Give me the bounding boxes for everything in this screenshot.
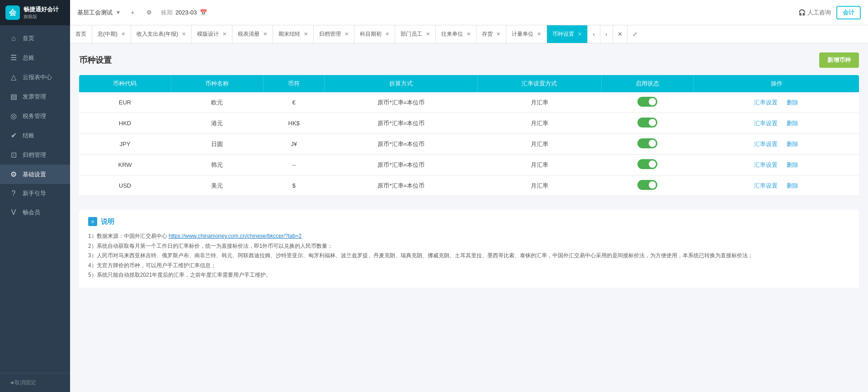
rate-setting-link[interactable]: 汇率设置: [754, 99, 778, 106]
toggle-switch[interactable]: [637, 138, 657, 148]
rate-setting-link[interactable]: 汇率设置: [754, 182, 778, 189]
tab-archive_mgmt[interactable]: 归档管理✕: [314, 25, 354, 43]
tab-close-icon[interactable]: ✕: [426, 31, 430, 37]
sidebar-pin-toggle[interactable]: ◄取消固定: [0, 373, 70, 392]
currency-table: 币种代码币种名称币符折算方式汇率设置方式启用状态操作 EUR 欧元 € 原币*汇…: [79, 75, 859, 196]
enabled-status: [601, 175, 693, 196]
settings-btn[interactable]: ⚙: [143, 6, 156, 19]
sidebar-item-label: 总账: [23, 54, 34, 62]
delete-link[interactable]: 删除: [787, 182, 798, 189]
tab-scroll-right[interactable]: ›: [600, 25, 613, 43]
rate-setting-link[interactable]: 汇率设置: [754, 141, 778, 147]
notes-section: ≡ 说明 1）数据来源：中国外汇交易中心 https://www.chinamo…: [79, 210, 859, 288]
rate-setting-link[interactable]: 汇率设置: [754, 120, 778, 127]
sidebar-item-label: 首页: [23, 34, 34, 43]
topbar-right: 🎧 人工咨询 会计: [798, 6, 861, 19]
toggle-switch[interactable]: [637, 180, 657, 190]
tab-label: 息(中期): [98, 30, 118, 38]
calc-method: 原币*汇率=本位币: [325, 92, 478, 113]
table-row: KRW 韩元 -- 原币*汇率=本位币 月汇率 汇率设置 删除: [79, 155, 859, 175]
tab-scroll-left[interactable]: ‹: [588, 25, 600, 43]
new-currency-btn[interactable]: 新增币种: [819, 52, 859, 68]
sidebar-item-vip[interactable]: V畅会员: [0, 203, 70, 222]
currency-table-wrap: 币种代码币种名称币符折算方式汇率设置方式启用状态操作 EUR 欧元 € 原币*汇…: [79, 75, 859, 196]
sidebar-item-label: 结账: [23, 132, 34, 140]
toggle-switch[interactable]: [637, 118, 657, 128]
tab-close-icon[interactable]: ✕: [385, 31, 389, 37]
tab-dept[interactable]: 部门员工✕: [395, 25, 436, 43]
sidebar-item-settings[interactable]: ⚙基础设置: [0, 165, 70, 184]
tab-subjects[interactable]: 科目期初✕: [354, 25, 395, 43]
tab-close-all-btn[interactable]: ✕: [613, 25, 627, 43]
tab-close-icon[interactable]: ✕: [578, 31, 582, 37]
currency-symbol: HK$: [263, 113, 324, 134]
period-selector[interactable]: 账期 2023-03 📅: [161, 9, 207, 17]
external-link[interactable]: https://www.chinamoney.com.cn/chinese/bk…: [169, 233, 302, 239]
tab-close-icon[interactable]: ✕: [304, 31, 308, 37]
tab-label: 期末结转: [278, 30, 300, 38]
tab-contacts[interactable]: 往来单位✕: [436, 25, 476, 43]
note-item: 2）系统自动获取每月第一个工作日的汇率标价，统一为直接标价法，即1外币可以兑换的…: [88, 241, 850, 251]
sidebar-item-ledger[interactable]: ☰总账: [0, 48, 70, 67]
page-content: 币种设置 新增币种 币种代码币种名称币符折算方式汇率设置方式启用状态操作 EUR…: [70, 43, 868, 392]
tab-period_end[interactable]: 期末结转✕: [273, 25, 314, 43]
rate-type: 月汇率: [478, 175, 601, 196]
tab-close-icon[interactable]: ✕: [496, 31, 500, 37]
page-title: 币种设置: [79, 55, 112, 66]
col-header: 币种代码: [79, 75, 171, 92]
calc-method: 原币*汇率=本位币: [325, 134, 478, 155]
toggle-switch[interactable]: [637, 159, 657, 169]
sidebar-item-reports[interactable]: △云报表中心: [0, 67, 70, 87]
sidebar-item-guide[interactable]: ?新手引导: [0, 184, 70, 203]
sidebar-item-label: 税务管理: [23, 112, 46, 120]
sidebar-item-invoice[interactable]: ▤发票管理: [0, 87, 70, 106]
tab-close-icon[interactable]: ✕: [182, 31, 186, 37]
currency-code: USD: [79, 175, 171, 196]
tab-close-icon[interactable]: ✕: [222, 31, 226, 37]
sidebar-item-label: 发票管理: [23, 93, 46, 101]
tab-inventory[interactable]: 存货✕: [476, 25, 506, 43]
notes-icon: ≡: [88, 217, 97, 226]
help-btn[interactable]: 🎧 人工咨询: [798, 9, 831, 17]
tab-close-icon[interactable]: ✕: [121, 31, 125, 37]
sidebar-item-checkout[interactable]: ✔结账: [0, 126, 70, 145]
col-header: 币符: [263, 75, 324, 92]
tab-tax_clear[interactable]: 税表清册✕: [232, 25, 273, 43]
tab-template[interactable]: 模版设计✕: [192, 25, 232, 43]
delete-link[interactable]: 删除: [787, 141, 798, 147]
rate-setting-link[interactable]: 汇率设置: [754, 161, 778, 168]
delete-link[interactable]: 删除: [787, 120, 798, 127]
actions-cell: 汇率设置 删除: [694, 134, 859, 155]
calendar-icon: 📅: [200, 9, 207, 16]
tab-home[interactable]: 首页: [70, 25, 92, 43]
currency-code: EUR: [79, 92, 171, 113]
user-role-btn[interactable]: 会计: [836, 6, 861, 19]
notes-list: 1）数据来源：中国外汇交易中心 https://www.chinamoney.c…: [88, 231, 850, 280]
add-company-btn[interactable]: ＋: [127, 6, 139, 19]
note-item: 5）系统只能自动抓取2021年度后的汇率，之前年度汇率需要用户手工维护。: [88, 270, 850, 280]
tab-label: 部门员工: [401, 30, 422, 38]
tab-income[interactable]: 收入支出表(年报)✕: [131, 25, 192, 43]
delete-link[interactable]: 删除: [787, 161, 798, 168]
delete-link[interactable]: 删除: [787, 99, 798, 106]
company-selector[interactable]: 基层工会测试 ▼: [77, 9, 121, 17]
sidebar-item-tax[interactable]: ◎税务管理: [0, 106, 70, 126]
sidebar-item-label: 归档管理: [23, 151, 46, 159]
tab-maximize-btn[interactable]: ⤢: [627, 25, 642, 43]
ledger-icon: ☰: [9, 53, 18, 62]
page-header: 币种设置 新增币种: [79, 52, 859, 68]
tab-label: 存货: [482, 30, 493, 38]
toggle-switch[interactable]: [637, 97, 657, 107]
tab-close-icon[interactable]: ✕: [344, 31, 349, 37]
enabled-status: [601, 92, 693, 113]
tab-unit[interactable]: 计量单位✕: [506, 25, 547, 43]
topbar-actions: ＋ ⚙: [127, 6, 156, 19]
tab-close-icon[interactable]: ✕: [537, 31, 541, 37]
tab-balance[interactable]: 息(中期)✕: [92, 25, 131, 43]
sidebar-item-home[interactable]: ⌂首页: [0, 29, 70, 48]
sidebar-item-archive[interactable]: ⊡归档管理: [0, 145, 70, 165]
rate-type: 月汇率: [478, 134, 601, 155]
tab-close-icon[interactable]: ✕: [467, 31, 471, 37]
tab-currency[interactable]: 币种设置✕: [547, 25, 588, 43]
tab-close-icon[interactable]: ✕: [263, 31, 267, 37]
